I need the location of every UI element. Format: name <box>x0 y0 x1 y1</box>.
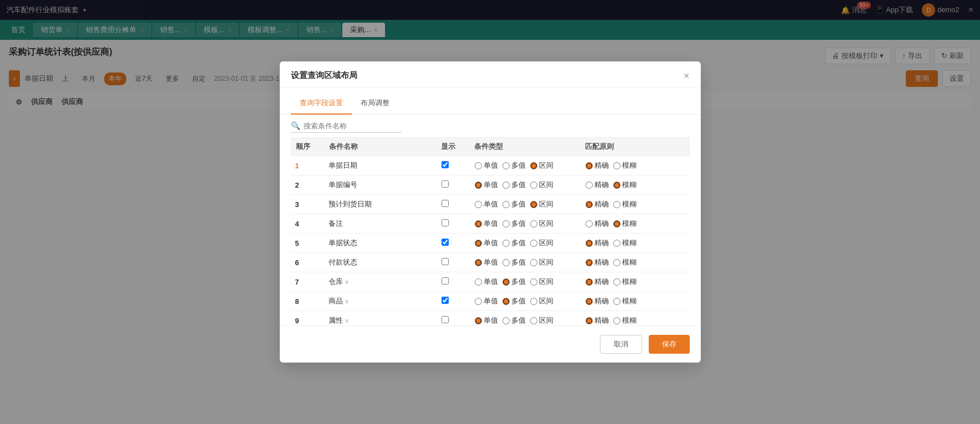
type-range[interactable]: 区间 <box>530 296 553 306</box>
match-fuzzy[interactable]: 模糊 <box>613 277 637 287</box>
type-single[interactable]: 单值 <box>475 199 498 209</box>
dialog-tab-layout[interactable]: 布局调整 <box>352 95 398 115</box>
dialog-header: 设置查询区域布局 × <box>280 61 701 88</box>
table-column-headers: 顺序 条件名称 显示 条件类型 匹配原则 <box>291 137 690 156</box>
conditions-table: 顺序 条件名称 显示 条件类型 匹配原则 1 单据日期 单值 多值 区间 精确 <box>280 137 701 325</box>
col-display: 显示 <box>441 142 474 152</box>
match-radio-group: 精确 模糊 <box>586 277 685 287</box>
type-radio-group: 单值 多值 区间 <box>475 238 586 248</box>
cancel-button[interactable]: 取消 <box>600 335 642 354</box>
match-radio-group: 精确 模糊 <box>586 238 685 248</box>
row-number: 3 <box>295 200 329 209</box>
match-exact[interactable]: 精确 <box>586 219 609 229</box>
type-single[interactable]: 单值 <box>475 219 498 229</box>
display-checkbox[interactable] <box>442 200 475 209</box>
type-single[interactable]: 单值 <box>475 316 498 325</box>
table-row: 3 预计到货日期 单值 多值 区间 精确 模糊 <box>291 195 690 214</box>
table-row: 4 备注 单值 多值 区间 精确 模糊 <box>291 214 690 234</box>
condition-name: 备注 <box>329 219 442 229</box>
dialog-footer: 取消 保存 <box>280 325 701 363</box>
match-exact[interactable]: 精确 <box>586 277 609 287</box>
match-exact[interactable]: 精确 <box>586 257 609 267</box>
match-exact[interactable]: 精确 <box>586 316 609 325</box>
type-radio-group: 单值 多值 区间 <box>475 277 586 287</box>
type-multi[interactable]: 多值 <box>502 296 526 306</box>
col-type: 条件类型 <box>474 142 585 152</box>
type-multi[interactable]: 多值 <box>502 277 526 287</box>
type-single[interactable]: 单值 <box>475 296 498 306</box>
dropdown-icon: ∨ <box>345 298 349 304</box>
dropdown-icon: ∨ <box>345 278 349 285</box>
match-exact[interactable]: 精确 <box>586 161 609 170</box>
match-exact[interactable]: 精确 <box>586 180 609 190</box>
type-range[interactable]: 区间 <box>530 316 553 325</box>
table-row: 8 商品 ∨ 单值 多值 区间 精确 模糊 <box>291 292 690 311</box>
dropdown-icon: ∨ <box>345 317 349 324</box>
display-checkbox[interactable] <box>442 277 475 286</box>
match-fuzzy[interactable]: 模糊 <box>613 219 637 229</box>
match-radio-group: 精确 模糊 <box>586 199 685 209</box>
match-radio-group: 精确 模糊 <box>586 161 685 170</box>
type-multi[interactable]: 多值 <box>502 219 526 229</box>
type-range[interactable]: 区间 <box>530 277 553 287</box>
dialog-search-area: 🔍 <box>280 115 701 137</box>
type-multi[interactable]: 多值 <box>502 199 526 209</box>
type-range[interactable]: 区间 <box>530 180 553 190</box>
dialog-tab-query-fields[interactable]: 查询字段设置 <box>291 95 352 115</box>
table-row: 7 仓库 ∨ 单值 多值 区间 精确 模糊 <box>291 272 690 292</box>
type-multi[interactable]: 多值 <box>502 257 526 267</box>
match-fuzzy[interactable]: 模糊 <box>613 316 637 325</box>
type-multi[interactable]: 多值 <box>502 238 526 248</box>
type-range[interactable]: 区间 <box>530 219 553 229</box>
match-exact[interactable]: 精确 <box>586 199 609 209</box>
type-single[interactable]: 单值 <box>475 238 498 248</box>
match-fuzzy[interactable]: 模糊 <box>613 257 637 267</box>
dialog-close-button[interactable]: × <box>684 71 690 81</box>
type-single[interactable]: 单值 <box>475 277 498 287</box>
dialog-tabs: 查询字段设置 布局调整 <box>280 88 701 115</box>
table-row: 5 单据状态 单值 多值 区间 精确 模糊 <box>291 234 690 253</box>
match-radio-group: 精确 模糊 <box>586 316 685 325</box>
match-fuzzy[interactable]: 模糊 <box>613 296 637 306</box>
display-checkbox[interactable] <box>442 239 475 247</box>
type-radio-group: 单值 多值 区间 <box>475 219 586 229</box>
display-checkbox[interactable] <box>442 258 475 267</box>
condition-name: 单据日期 <box>329 161 442 170</box>
type-multi[interactable]: 多值 <box>502 180 526 190</box>
type-range[interactable]: 区间 <box>530 161 553 170</box>
display-checkbox[interactable] <box>442 161 475 170</box>
type-single[interactable]: 单值 <box>475 180 498 190</box>
type-single[interactable]: 单值 <box>475 161 498 170</box>
match-exact[interactable]: 精确 <box>586 296 609 306</box>
table-row: 9 属性 ∨ 单值 多值 区间 精确 模糊 <box>291 311 690 325</box>
type-range[interactable]: 区间 <box>530 199 553 209</box>
display-checkbox[interactable] <box>442 316 475 325</box>
match-fuzzy[interactable]: 模糊 <box>613 161 637 170</box>
type-multi[interactable]: 多值 <box>502 161 526 170</box>
type-range[interactable]: 区间 <box>530 257 553 267</box>
match-fuzzy[interactable]: 模糊 <box>613 180 637 190</box>
condition-name: 付款状态 <box>329 257 442 267</box>
col-order: 顺序 <box>296 142 329 152</box>
col-name: 条件名称 <box>329 142 441 152</box>
display-checkbox[interactable] <box>442 219 475 228</box>
match-fuzzy[interactable]: 模糊 <box>613 238 637 248</box>
table-row: 2 单据编号 单值 多值 区间 精确 模糊 <box>291 175 690 195</box>
match-exact[interactable]: 精确 <box>586 238 609 248</box>
match-fuzzy[interactable]: 模糊 <box>613 199 637 209</box>
type-single[interactable]: 单值 <box>475 257 498 267</box>
type-range[interactable]: 区间 <box>530 238 553 248</box>
dialog-overlay: 设置查询区域布局 × 查询字段设置 布局调整 🔍 顺序 条件名称 显示 条件类型 <box>0 0 980 424</box>
search-input[interactable] <box>304 122 402 130</box>
display-checkbox[interactable] <box>442 297 475 306</box>
search-box: 🔍 <box>291 121 402 133</box>
type-radio-group: 单值 多值 区间 <box>475 257 586 267</box>
condition-name: 预计到货日期 <box>329 199 442 209</box>
save-button[interactable]: 保存 <box>649 335 690 354</box>
condition-name: 单据编号 <box>329 180 442 190</box>
match-radio-group: 精确 模糊 <box>586 296 685 306</box>
row-number: 5 <box>295 239 329 247</box>
dialog: 设置查询区域布局 × 查询字段设置 布局调整 🔍 顺序 条件名称 显示 条件类型 <box>280 61 701 363</box>
display-checkbox[interactable] <box>442 180 475 189</box>
type-multi[interactable]: 多值 <box>502 316 526 325</box>
